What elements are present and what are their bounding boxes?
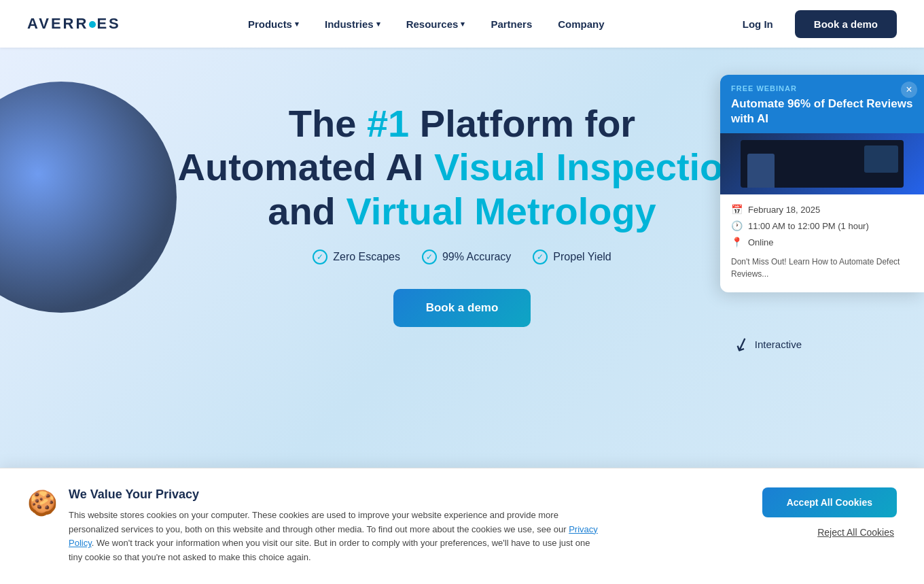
cookie-content: We Value Your Privacy This website store… — [69, 487, 751, 565]
webinar-panel: FREE WEBINAR Automate 96% of Defect Revi… — [720, 75, 924, 292]
reject-cookies-button[interactable]: Reject All Cookies — [815, 524, 897, 540]
cookie-text: This website stores cookies on your comp… — [69, 509, 599, 565]
cookie-title: We Value Your Privacy — [69, 487, 751, 502]
nav-demo-button[interactable]: Book a demo — [795, 10, 897, 38]
accept-cookies-button[interactable]: Accept All Cookies — [762, 487, 897, 517]
chevron-down-icon: ▾ — [461, 20, 465, 29]
webinar-title: Automate 96% of Defect Reviews with AI — [731, 97, 913, 126]
nav-actions: Log In Book a demo — [732, 10, 897, 38]
hero-content: The #1 Platform for Automated AI Visual … — [150, 102, 773, 327]
logo[interactable]: AVERRES — [27, 15, 121, 33]
login-button[interactable]: Log In — [732, 13, 784, 35]
location-icon: 📍 — [731, 237, 743, 247]
hero-badges: ✓ Zero Escapes ✓ 99% Accuracy ✓ Propel Y… — [177, 250, 746, 264]
webinar-screen — [864, 145, 898, 173]
chevron-down-icon: ▾ — [376, 20, 380, 29]
webinar-description: Don't Miss Out! Learn How to Automate De… — [731, 256, 913, 280]
webinar-header: FREE WEBINAR Automate 96% of Defect Revi… — [720, 75, 924, 133]
webinar-badge: FREE WEBINAR — [731, 84, 913, 92]
hero-title: The #1 Platform for Automated AI Visual … — [177, 102, 746, 233]
check-icon-2: ✓ — [422, 250, 437, 264]
clock-icon: 🕐 — [731, 220, 743, 231]
logo-circle-1 — [89, 21, 96, 28]
webinar-person — [747, 154, 775, 188]
badge-zero-escapes: ✓ Zero Escapes — [313, 250, 400, 264]
badge-yield: ✓ Propel Yield — [533, 250, 611, 264]
nav-item-industries[interactable]: Industries ▾ — [314, 13, 391, 35]
nav-item-partners[interactable]: Partners — [480, 13, 543, 35]
cookie-actions: Accept All Cookies Reject All Cookies — [762, 487, 897, 540]
webinar-time: 🕐 11:00 AM to 12:00 PM (1 hour) — [731, 220, 913, 231]
chevron-down-icon: ▾ — [295, 20, 299, 29]
hero-demo-button[interactable]: Book a demo — [393, 289, 531, 327]
nav-item-resources[interactable]: Resources ▾ — [395, 13, 476, 35]
webinar-location: 📍 Online — [731, 237, 913, 247]
cookie-banner: 🍪 We Value Your Privacy This website sto… — [0, 468, 924, 584]
webinar-image — [720, 133, 924, 194]
webinar-body: 📅 February 18, 2025 🕐 11:00 AM to 12:00 … — [720, 194, 924, 292]
navbar: AVERRES Products ▾ Industries ▾ Resource… — [0, 0, 924, 48]
webinar-image-inner — [741, 140, 904, 188]
nav-item-company[interactable]: Company — [547, 13, 615, 35]
calendar-icon: 📅 — [731, 204, 743, 215]
badge-accuracy: ✓ 99% Accuracy — [422, 250, 511, 264]
nav-item-products[interactable]: Products ▾ — [237, 13, 310, 35]
webinar-date: 📅 February 18, 2025 — [731, 204, 913, 215]
check-icon-1: ✓ — [313, 250, 327, 264]
check-icon-3: ✓ — [533, 250, 548, 264]
webinar-meta: 📅 February 18, 2025 🕐 11:00 AM to 12:00 … — [731, 204, 913, 247]
cookie-icon: 🍪 — [27, 489, 58, 517]
interactive-label: ↙ Interactive — [734, 333, 802, 356]
webinar-close-button[interactable]: × — [901, 82, 917, 98]
nav-links: Products ▾ Industries ▾ Resources ▾ Part… — [237, 13, 616, 35]
arrow-icon: ↙ — [730, 331, 753, 358]
logo-text: AVERRES — [27, 15, 121, 33]
